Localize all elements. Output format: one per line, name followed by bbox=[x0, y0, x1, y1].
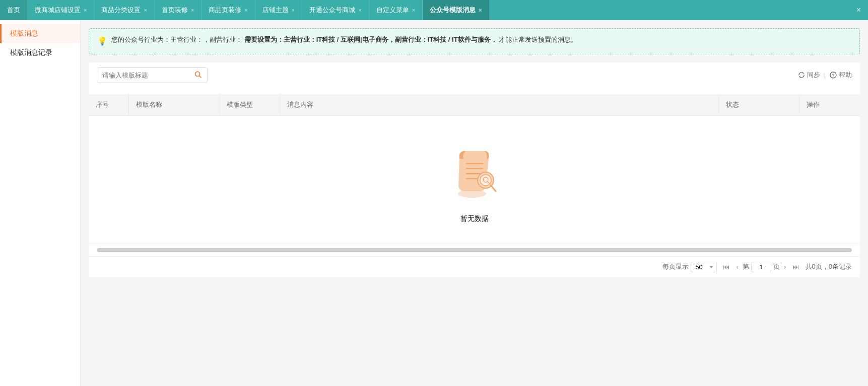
col-status: 状态 bbox=[719, 94, 799, 115]
first-page-button[interactable]: ⏮ bbox=[721, 262, 732, 272]
search-input[interactable] bbox=[97, 68, 190, 82]
search-button[interactable] bbox=[190, 68, 206, 83]
scrollbar-area bbox=[89, 244, 860, 256]
page-nav: ⏮ ‹ 第 页 › ⏭ bbox=[721, 262, 801, 272]
main-content: 💡 您的公众号行业为：主营行业：，副营行业： 需要设置为：主营行业：IT科技 /… bbox=[81, 20, 868, 386]
tab-home-decor[interactable]: 首页装修 × bbox=[155, 0, 202, 20]
sync-icon bbox=[798, 71, 805, 79]
notice-highlight: 需要设置为：主营行业：IT科技 / 互联网|电子商务，副营行业：IT科技 / I… bbox=[244, 36, 497, 43]
close-tab-category-settings[interactable]: × bbox=[144, 7, 147, 13]
close-tab-home-decor[interactable]: × bbox=[191, 7, 194, 13]
col-name: 模版名称 bbox=[129, 94, 220, 115]
search-input-wrap bbox=[97, 67, 208, 83]
svg-line-11 bbox=[491, 185, 496, 191]
close-tab-template-msg[interactable]: × bbox=[479, 7, 482, 13]
tab-shop-settings[interactable]: 微商城店铺设置 × bbox=[28, 0, 94, 20]
last-page-button[interactable]: ⏭ bbox=[790, 262, 802, 272]
close-tab-shop-settings[interactable]: × bbox=[84, 7, 87, 13]
close-all-button[interactable]: × bbox=[849, 6, 868, 15]
col-type: 模版类型 bbox=[220, 94, 280, 115]
sync-button[interactable]: 同步 bbox=[798, 70, 820, 80]
main-layout: 模版消息 模版消息记录 💡 您的公众号行业为：主营行业：，副营行业： 需要设置为… bbox=[0, 20, 868, 386]
tab-product-decor[interactable]: 商品页装修 × bbox=[202, 0, 255, 20]
tab-shop-theme[interactable]: 店铺主题 × bbox=[255, 0, 302, 20]
sidebar-item-template-message-log[interactable]: 模版消息记录 bbox=[0, 43, 80, 62]
page-input[interactable] bbox=[751, 262, 771, 272]
empty-svg bbox=[444, 146, 505, 206]
prev-page-button[interactable]: ‹ bbox=[734, 262, 741, 272]
page-size-select: 每页显示 50 10 20 100 bbox=[662, 262, 717, 272]
total-label: 共0页，0条记录 bbox=[806, 262, 852, 271]
top-nav: 首页 微商城店铺设置 × 商品分类设置 × 首页装修 × 商品页装修 × 店铺主… bbox=[0, 0, 868, 20]
horizontal-scrollbar[interactable] bbox=[97, 248, 852, 252]
search-bar: 同步 | ? 帮助 bbox=[89, 62, 860, 88]
table-header: 序号 模版名称 模版类型 消息内容 状态 操作 bbox=[89, 94, 860, 116]
svg-point-10 bbox=[480, 175, 491, 186]
notice-icon: 💡 bbox=[97, 35, 107, 48]
col-index: 序号 bbox=[89, 94, 129, 115]
tab-custom-menu[interactable]: 自定义菜单 × bbox=[369, 0, 423, 20]
col-content: 消息内容 bbox=[280, 94, 719, 115]
tab-template-msg[interactable]: 公众号模版消息 × bbox=[423, 0, 489, 20]
notice-banner: 💡 您的公众号行业为：主营行业：，副营行业： 需要设置为：主营行业：IT科技 /… bbox=[89, 28, 860, 54]
col-action: 操作 bbox=[799, 94, 860, 115]
tab-home[interactable]: 首页 bbox=[0, 0, 28, 20]
tab-category-settings[interactable]: 商品分类设置 × bbox=[94, 0, 154, 20]
close-tab-shop-theme[interactable]: × bbox=[292, 7, 295, 13]
divider: | bbox=[824, 71, 826, 79]
table-container: 同步 | ? 帮助 序号 模版名称 模版类型 消息内容 bbox=[89, 62, 860, 277]
help-icon: ? bbox=[830, 71, 837, 79]
empty-illustration bbox=[444, 146, 505, 206]
next-page-button[interactable]: › bbox=[782, 262, 788, 272]
per-page-select[interactable]: 50 10 20 100 bbox=[691, 262, 717, 272]
search-icon bbox=[194, 71, 202, 78]
svg-text:?: ? bbox=[832, 73, 834, 78]
empty-state: 暂无数据 bbox=[89, 116, 860, 244]
sidebar-item-template-message[interactable]: 模版消息 bbox=[0, 24, 80, 43]
close-tab-custom-menu[interactable]: × bbox=[412, 7, 415, 13]
empty-text: 暂无数据 bbox=[460, 214, 489, 223]
close-tab-open-mall[interactable]: × bbox=[358, 7, 361, 13]
sidebar: 模版消息 模版消息记录 bbox=[0, 20, 81, 386]
search-actions: 同步 | ? 帮助 bbox=[798, 70, 852, 80]
pagination: 每页显示 50 10 20 100 ⏮ ‹ 第 页 › ⏭ bbox=[89, 256, 860, 277]
tab-open-mall[interactable]: 开通公众号商城 × bbox=[302, 0, 369, 20]
close-tab-product-decor[interactable]: × bbox=[244, 7, 247, 13]
svg-line-1 bbox=[199, 75, 202, 78]
help-button[interactable]: ? 帮助 bbox=[830, 70, 852, 80]
